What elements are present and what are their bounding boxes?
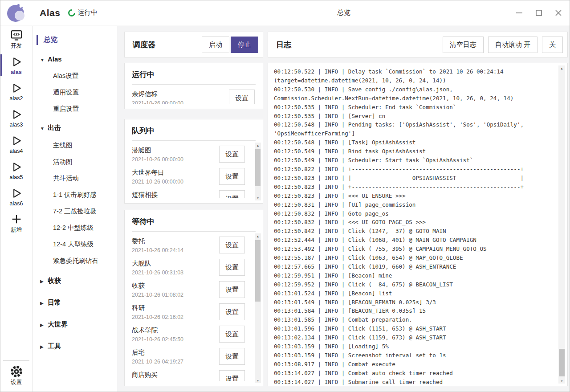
rail-instance-item[interactable]: alas2 bbox=[0, 78, 32, 105]
scroll-down-icon[interactable] bbox=[255, 378, 261, 383]
menu-item[interactable]: 1-1 伏击刷好感 bbox=[33, 187, 117, 203]
maximize-icon[interactable] bbox=[532, 6, 546, 20]
menu-group: 日常 bbox=[33, 293, 117, 313]
menu-group: 大世界 bbox=[33, 314, 117, 335]
rail-item-icon bbox=[10, 134, 23, 147]
scroll-up-icon[interactable] bbox=[558, 65, 565, 71]
log-line: 00:12:50.832 | INFO | <<< UI GOTO PAGE_O… bbox=[274, 218, 554, 227]
task-settings-button[interactable]: 设置 bbox=[219, 259, 245, 276]
rail-instance-item[interactable]: alas4 bbox=[0, 131, 32, 157]
log-line: (target=datetime.datetime(2021, 10, 26, … bbox=[274, 76, 554, 85]
menu-group-header[interactable]: 收获 bbox=[33, 271, 117, 291]
log-scrollbar[interactable] bbox=[558, 65, 565, 384]
task-settings-button[interactable]: 设置 bbox=[219, 190, 245, 198]
task-settings-button[interactable]: 设置 bbox=[219, 326, 245, 343]
task-settings-button[interactable]: 设置 bbox=[219, 303, 245, 320]
log-title: 日志 bbox=[276, 40, 291, 50]
menu-item[interactable]: 紧急委托刷钻石 bbox=[33, 253, 117, 269]
rail-instance-item[interactable]: 开发 bbox=[0, 26, 32, 52]
menu-group-header[interactable]: 工具 bbox=[33, 336, 117, 356]
rail-instance-item[interactable]: alas bbox=[0, 52, 32, 78]
log-off-button[interactable]: 关 bbox=[542, 37, 563, 53]
menu-item[interactable]: 通用设置 bbox=[33, 84, 117, 101]
log-line: 'OpsiMeowfficerFarming'] bbox=[274, 129, 554, 138]
menu-item[interactable]: Alas设置 bbox=[33, 68, 117, 84]
rail-item-icon bbox=[10, 108, 23, 121]
log-line: 00:12:50.822 | INFO | +-----------------… bbox=[274, 165, 554, 174]
chevron-icon bbox=[40, 301, 48, 306]
menu-item[interactable]: 7-2 三战捡垃圾 bbox=[33, 203, 117, 220]
spinner-icon bbox=[67, 8, 77, 18]
log-line: 00:13:01.585 | INFO | Combat preparation… bbox=[274, 315, 554, 324]
menu-item-overview[interactable]: 总览 bbox=[33, 31, 117, 49]
close-icon[interactable] bbox=[552, 6, 565, 20]
scrollbar-thumb[interactable] bbox=[559, 349, 565, 376]
rail-instance-item[interactable]: 新增 bbox=[0, 210, 32, 236]
chevron-icon bbox=[40, 344, 48, 349]
rail-instance-item[interactable]: alas6 bbox=[0, 184, 32, 210]
task-settings-button[interactable]: 设置 bbox=[219, 146, 245, 163]
menu-item[interactable]: 主线图 bbox=[33, 137, 117, 154]
clear-log-button[interactable]: 清空日志 bbox=[443, 37, 484, 53]
task-settings-button[interactable]: 设置 bbox=[219, 237, 245, 253]
side-menu: 总览 Alas Alas设置通用设置重启设置 出击 主线图活动图共斗活动1- bbox=[33, 26, 117, 392]
menu-group-label: 收获 bbox=[48, 277, 61, 284]
scroll-up-icon[interactable] bbox=[255, 143, 261, 148]
log-line: Commission.Scheduler.NextRun=datetime.da… bbox=[274, 94, 554, 103]
task-row: 商店购买 设置 bbox=[132, 369, 256, 381]
task-row: 大世界每日 2021-10-26 00:00:00 设置 bbox=[132, 167, 256, 189]
scroll-up-icon[interactable] bbox=[255, 233, 261, 239]
task-row: 潜艇图 2021-10-26 00:00:00 设置 bbox=[132, 144, 256, 167]
app-window: Alas 运行中 总览 开发 alas bbox=[0, 0, 570, 392]
stop-button[interactable]: 停止 bbox=[231, 37, 258, 53]
scrollbar-thumb[interactable] bbox=[255, 240, 261, 302]
log-line: 00:12:50.823 | INFO | <<< UI ENSURE >>> bbox=[274, 192, 554, 200]
log-line: 00:13:02.134 | INFO | Click (1159, 673) … bbox=[274, 333, 554, 342]
rail-settings-label: 设置 bbox=[11, 379, 22, 386]
queued-scrollbar[interactable] bbox=[255, 143, 261, 200]
minimize-icon[interactable] bbox=[513, 6, 526, 20]
menu-item[interactable]: 12-4 大型练级 bbox=[33, 236, 117, 253]
chevron-icon bbox=[40, 323, 48, 327]
task-settings-button[interactable]: 设置 bbox=[219, 281, 245, 298]
menu-group-label: 工具 bbox=[48, 342, 61, 350]
waiting-scrollbar[interactable] bbox=[255, 233, 261, 383]
queued-title: 队列中 bbox=[125, 126, 263, 136]
log-line: 00:12:50.823 | INFO | | OPSIASHASSIST | bbox=[274, 174, 554, 183]
menu-item[interactable]: 活动图 bbox=[33, 154, 117, 170]
menu-item[interactable]: 12-2 中型练级 bbox=[33, 220, 117, 236]
rail-instance-item[interactable]: alas5 bbox=[0, 157, 32, 184]
menu-group-header[interactable]: 大世界 bbox=[33, 314, 117, 335]
rail-settings-button[interactable]: 设置 bbox=[3, 360, 29, 390]
rail-instance-item[interactable]: alas3 bbox=[0, 105, 32, 131]
start-button[interactable]: 启动 bbox=[202, 37, 229, 53]
task-settings-button[interactable]: 设置 bbox=[219, 348, 245, 365]
task-settings-button[interactable]: 设置 bbox=[229, 90, 255, 104]
log-line: 00:12:50.548 | INFO | [Task] OpsiAshAssi… bbox=[274, 138, 554, 147]
status-label: 运行中 bbox=[77, 8, 98, 17]
menu-group-header[interactable]: 出击 bbox=[33, 119, 117, 137]
log-line: 00:13:01.584 | INFO | [BEACON_TIER 0.035… bbox=[274, 306, 554, 315]
log-line: 00:12:52.444 | INFO | Click (1068, 401) … bbox=[274, 236, 554, 245]
menu-group-header[interactable]: 日常 bbox=[33, 293, 117, 313]
scroll-down-icon[interactable] bbox=[558, 378, 565, 384]
window-title: 总览 bbox=[337, 8, 350, 17]
log-line: 00:12:53.492 | INFO | Click ( 755, 395) … bbox=[274, 245, 554, 253]
task-settings-button[interactable]: 设置 bbox=[219, 370, 245, 381]
log-line: 00:13:14.027 | INFO | Submarine call tim… bbox=[274, 378, 554, 387]
scrollbar-thumb[interactable] bbox=[255, 149, 261, 186]
menu-item[interactable]: 重启设置 bbox=[33, 101, 117, 117]
scroll-down-icon[interactable] bbox=[255, 195, 261, 200]
rail-item-label: alas6 bbox=[10, 200, 23, 207]
menu-group: 工具 bbox=[33, 336, 117, 356]
menu-item[interactable]: 共斗活动 bbox=[33, 170, 117, 187]
menu-group-header[interactable]: Alas bbox=[33, 50, 117, 68]
log-line: 00:12:50.549 | INFO | Bind task OpsiAshA… bbox=[274, 147, 554, 156]
autoscroll-toggle-button[interactable]: 自动滚动 开 bbox=[488, 37, 537, 53]
task-settings-button[interactable]: 设置 bbox=[219, 168, 245, 185]
log-line: 00:13:01.596 | INFO | Click (1151, 653) … bbox=[274, 324, 554, 333]
menu-group-label: 大世界 bbox=[48, 320, 68, 328]
rail-item-label: 开发 bbox=[11, 42, 22, 50]
chevron-icon bbox=[40, 126, 48, 131]
log-line: 00:12:50.823 | INFO | +-----------------… bbox=[274, 183, 554, 192]
